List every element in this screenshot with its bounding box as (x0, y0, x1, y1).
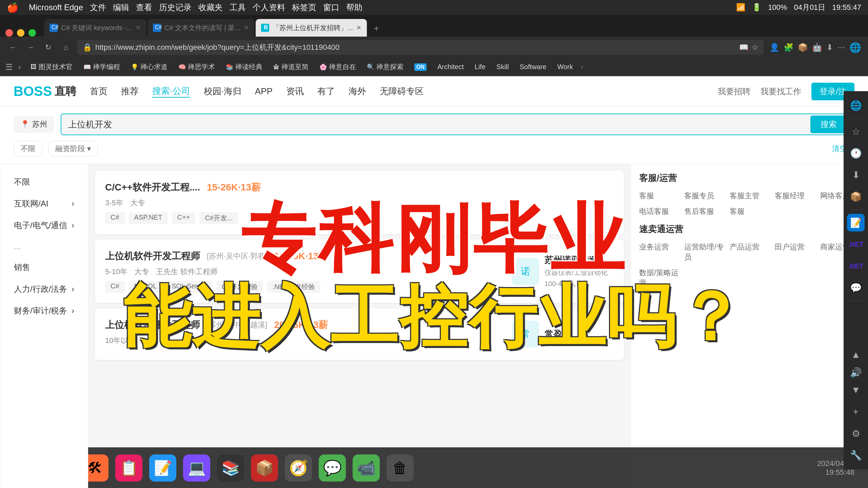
refresh-button[interactable]: ↻ (42, 41, 54, 54)
bookmark-life[interactable]: Life (471, 61, 490, 73)
search-city[interactable]: 苏州 (32, 119, 47, 129)
bookmark-star-icon[interactable]: ☆ (752, 43, 758, 52)
rp-icon-net1[interactable]: .NET (847, 236, 865, 253)
collections-icon[interactable]: 📦 (798, 43, 808, 52)
cat-dianhua-kefu[interactable]: 电话客服 (639, 206, 679, 217)
cat-kefu-zhuguan[interactable]: 客服主管 (730, 191, 769, 201)
filter-stage[interactable]: 融资阶段 ▾ (48, 141, 98, 157)
dock-facetime[interactable]: 📹 (353, 454, 380, 482)
search-bar[interactable]: 上位机开发 搜索 (61, 114, 854, 135)
cat-kefu-2[interactable]: 客服 (730, 206, 769, 217)
cat-product-yunying[interactable]: 产品运营 (730, 242, 769, 262)
rp-icon-settings2[interactable]: 🔧 (847, 446, 865, 464)
bookmark-zen-prog[interactable]: 📖 禅学编程 (79, 60, 124, 74)
nav-recommend[interactable]: 推荐 (121, 85, 139, 97)
dock-filezilla[interactable]: 📦 (251, 454, 278, 482)
bookmarks-more[interactable]: › (581, 64, 583, 70)
menu-window[interactable]: 窗口 (323, 2, 339, 13)
dock-wechat[interactable]: 💬 (319, 454, 346, 482)
dropdown-electronic[interactable]: 电子/电气/通信› (0, 215, 88, 236)
job-card-2[interactable]: 上位机软件开发工程师 [苏州·吴中区·郭巷] 18-35K·13薪 5-10年 … (95, 240, 624, 303)
dropdown-finance[interactable]: 财务/审计/税务› (0, 300, 88, 322)
reader-mode-icon[interactable]: 📖 (739, 43, 748, 52)
nav-search[interactable]: 搜索·公司 (152, 85, 190, 98)
tab-boss[interactable]: B 「苏州上位机开发招聘」... ✕ (256, 19, 367, 37)
cat-kefu-jingli[interactable]: 客服经理 (775, 191, 814, 201)
bookmark-work[interactable]: Work (553, 61, 577, 73)
job-card-1[interactable]: C/C++软件开发工程.... 15-26K·13薪 3-5年 大专 C# AS… (95, 171, 624, 234)
sidebar-toggle[interactable]: ☰ (5, 62, 13, 72)
bookmark-software[interactable]: Software (516, 61, 551, 73)
jobseeker-btn[interactable]: 我要找工作 (761, 86, 801, 97)
tab-close-1[interactable]: ✕ (136, 24, 141, 32)
nav-campus[interactable]: 校园·海归 (204, 85, 241, 97)
bookmark-zen-tan[interactable]: 🔍 禅意探索 (363, 60, 408, 74)
bookmark-zen-dao[interactable]: 🛣 禅道至简 (269, 60, 313, 74)
extensions-icon[interactable]: 🧩 (784, 43, 794, 52)
cat-yewu-yunying[interactable]: 业务运营 (639, 242, 679, 262)
nav-accessibility[interactable]: 无障碍专区 (380, 85, 424, 97)
cat-shouhou-kefu[interactable]: 售后客服 (684, 206, 724, 217)
bookmark-tuling[interactable]: 🖼 图灵技术官 (26, 60, 77, 74)
copilot-icon[interactable]: 🤖 (812, 43, 822, 52)
rp-icon-note[interactable]: 📝 (847, 214, 865, 231)
dropdown-unlimited[interactable]: 不限 (0, 171, 88, 193)
fullscreen-traffic-light[interactable] (28, 29, 36, 37)
profile-icon[interactable]: 👤 (769, 43, 780, 52)
bookmark-zen-du[interactable]: 📚 禅读经典 (222, 60, 267, 74)
bookmark-zen-xin[interactable]: 💡 禅心求道 (127, 60, 172, 74)
rp-icon-favorites[interactable]: ☆ (847, 123, 865, 140)
rp-scroll-up[interactable]: ▲ (847, 346, 865, 364)
forward-button[interactable]: → (24, 41, 37, 54)
rp-icon-add[interactable]: + (847, 403, 865, 421)
cat-data-yunying[interactable]: 数据/策略运营 (639, 268, 679, 288)
app-name[interactable]: Microsoft Edge (29, 3, 83, 12)
more-menu-icon[interactable]: ⋯ (837, 43, 845, 52)
cat-kefu[interactable]: 客服 (639, 191, 679, 201)
cat-tianhu-yunying[interactable]: 田户运营 (775, 242, 814, 262)
nav-info[interactable]: 资讯 (286, 85, 304, 97)
bookmark-on[interactable]: ON (410, 61, 431, 73)
cat-yunying-zhuanyuan[interactable]: 运营助理/专员 (684, 242, 724, 262)
tab-close-3[interactable]: ✕ (356, 24, 361, 32)
dock-visual-studio[interactable]: 💻 (183, 454, 210, 482)
job-card-3[interactable]: 上位机软件开发工程师 [苏州·吴中区·越溪] 20-35K·13薪 10年以上 … (95, 308, 624, 360)
nav-app[interactable]: APP (255, 86, 273, 97)
rp-scroll-down[interactable]: ▼ (847, 381, 865, 399)
download-icon[interactable]: ⬇ (826, 43, 833, 52)
filter-unlimited[interactable]: 不限 (14, 141, 43, 157)
dock-dash[interactable]: 📚 (217, 454, 244, 482)
bookmark-zen-si[interactable]: 🧠 禅思学术 (174, 60, 219, 74)
new-tab-button[interactable]: + (368, 20, 384, 37)
rp-icon-customize[interactable]: ⚙ (847, 425, 865, 442)
bookmarks-back[interactable]: ‹ (18, 62, 21, 72)
dropdown-hr[interactable]: 人力/行政/法务› (0, 278, 88, 300)
rp-icon-history[interactable]: 🕐 (847, 144, 865, 162)
address-bar[interactable]: 🔒 https://www.zhipin.com/web/geek/job?qu… (77, 40, 764, 55)
rp-volume[interactable]: 🔊 (847, 364, 865, 381)
tab-csharp-file[interactable]: C# C# 文本文件的读写 | 菜... ✕ (147, 19, 254, 37)
back-button[interactable]: ← (7, 41, 19, 54)
menu-edit[interactable]: 编辑 (113, 2, 129, 13)
menu-view[interactable]: 查看 (136, 2, 152, 13)
menu-help[interactable]: 帮助 (346, 2, 362, 13)
tab-close-2[interactable]: ✕ (244, 24, 249, 32)
rp-icon-downloads[interactable]: ⬇ (847, 166, 865, 184)
nav-abroad[interactable]: 海外 (349, 85, 366, 97)
rp-icon-collections[interactable]: 📦 (847, 188, 865, 205)
bookmark-architect[interactable]: Architect (433, 61, 468, 73)
bookmark-zen-yi[interactable]: 🌸 禅意自在 (315, 60, 360, 74)
menu-history[interactable]: 历史记录 (159, 2, 192, 13)
menu-profile[interactable]: 个人资料 (253, 2, 285, 13)
close-traffic-light[interactable] (5, 29, 13, 37)
menu-tools[interactable]: 工具 (230, 2, 246, 13)
apple-menu[interactable]: 🍎 (7, 2, 19, 13)
minimize-traffic-light[interactable] (17, 29, 24, 37)
dock-safari[interactable]: 🧭 (285, 454, 312, 482)
nav-have[interactable]: 有了 (317, 85, 335, 97)
dropdown-sales[interactable]: 销售 (0, 257, 88, 278)
dropdown-internet[interactable]: 互联网/AI› (0, 193, 88, 215)
menu-bookmarks[interactable]: 收藏夹 (198, 2, 223, 13)
menu-tabs[interactable]: 标签页 (292, 2, 316, 13)
rp-icon-edge[interactable]: 🌐 (847, 97, 865, 114)
